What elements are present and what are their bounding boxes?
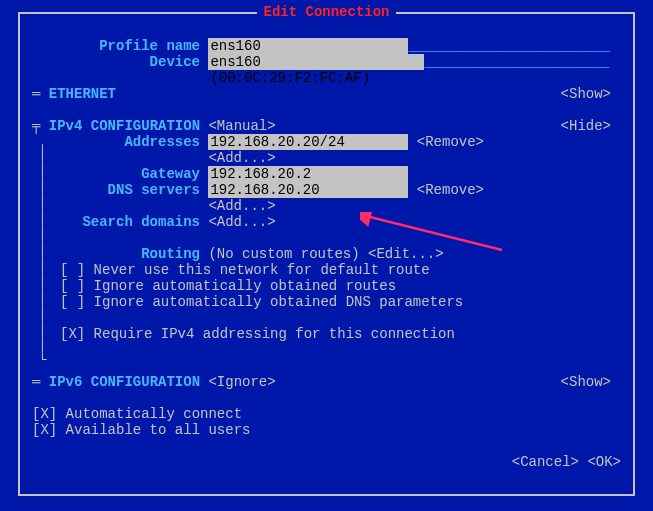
dialog-title: Edit Connection [257,4,395,20]
chk-all-users[interactable]: [X] Available to all users [32,422,621,438]
dns-add-row: <Add...> [32,198,621,214]
section-bar: │││││││││││││└ [38,144,48,368]
edit-connection-dialog: Edit Connection Profile name ens160_____… [18,12,635,496]
routing-value: (No custom routes) [208,246,359,262]
dialog-title-wrap: Edit Connection [20,4,633,20]
chk-ignore-dns[interactable]: [ ] Ignore automatically obtained DNS pa… [32,294,621,310]
ipv4-hide-button[interactable]: <Hide> [561,118,611,134]
dns-label: DNS servers [32,182,200,198]
device-input[interactable]: ens160 (00:0C:29:F2:FC:AF) [208,54,424,70]
profile-name-label: Profile name [32,38,200,54]
device-label: Device [32,54,200,70]
addresses-label: Addresses [32,134,200,150]
search-domains-label: Search domains [32,214,200,230]
ipv4-section-header: ╤ IPv4 CONFIGURATION <Manual> <Hide> [32,118,621,134]
address-input[interactable]: 192.168.20.20/24 [208,134,408,150]
ipv6-label: IPv6 CONFIGURATION [49,374,200,390]
dns-remove-button[interactable]: <Remove> [417,182,484,198]
ipv4-label: IPv4 CONFIGURATION [49,118,200,134]
routing-edit-button[interactable]: <Edit...> [368,246,444,262]
footer-buttons: <Cancel> <OK> [32,454,621,470]
ethernet-label: ETHERNET [49,86,116,102]
profile-name-row: Profile name ens160_____________________… [32,38,621,54]
routing-label: Routing [32,246,200,262]
address-add-button[interactable]: <Add...> [208,150,275,166]
search-domains-add-button[interactable]: <Add...> [208,214,275,230]
ipv6-section-header: ═ IPv6 CONFIGURATION <Ignore> <Show> [32,374,621,390]
dns-row: DNS servers 192.168.20.20 <Remove> [32,182,621,198]
ipv6-mode-select[interactable]: <Ignore> [208,374,275,390]
dns-add-button[interactable]: <Add...> [208,198,275,214]
chk-require-ipv4[interactable]: [X] Require IPv4 addressing for this con… [32,326,621,342]
chk-default-route[interactable]: [ ] Never use this network for default r… [32,262,621,278]
addresses-row: Addresses 192.168.20.20/24 <Remove> [32,134,621,150]
gateway-label: Gateway [32,166,200,182]
routing-row: Routing (No custom routes) <Edit...> [32,246,621,262]
device-row: Device ens160 (00:0C:29:F2:FC:AF)_______… [32,54,621,70]
ipv6-show-button[interactable]: <Show> [561,374,611,390]
profile-name-input[interactable]: ens160 [208,38,408,54]
ok-button[interactable]: <OK> [587,454,621,470]
dns-input[interactable]: 192.168.20.20 [208,182,408,198]
addresses-add-row: <Add...> [32,150,621,166]
cancel-button[interactable]: <Cancel> [512,454,579,470]
chk-ignore-routes[interactable]: [ ] Ignore automatically obtained routes [32,278,621,294]
address-remove-button[interactable]: <Remove> [417,134,484,150]
gateway-row: Gateway 192.168.20.2 [32,166,621,182]
ipv4-mode-select[interactable]: <Manual> [208,118,275,134]
ethernet-show-button[interactable]: <Show> [561,86,611,102]
ethernet-section: ═ ETHERNET <Show> [32,86,621,102]
chk-auto-connect[interactable]: [X] Automatically connect [32,406,621,422]
search-domains-row: Search domains <Add...> [32,214,621,230]
gateway-input[interactable]: 192.168.20.2 [208,166,408,182]
